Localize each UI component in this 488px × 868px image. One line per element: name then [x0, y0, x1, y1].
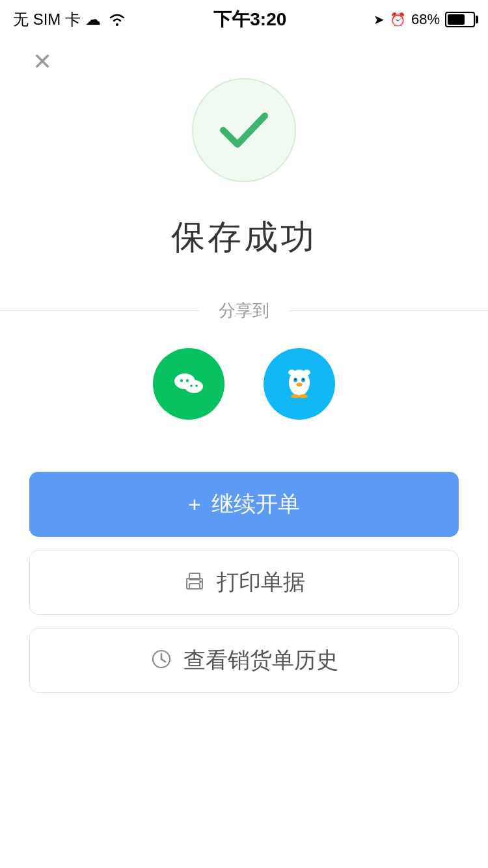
svg-point-5 — [190, 385, 193, 387]
status-left: 无 SIM 卡 ☁ — [13, 9, 127, 30]
printer-svg — [183, 569, 206, 593]
status-bar: 无 SIM 卡 ☁ 下午3:20 ➤ ⏰ 68% — [0, 0, 488, 39]
no-sim-label: 无 SIM 卡 ☁ — [13, 9, 101, 30]
share-section: 分享到 — [0, 299, 488, 420]
divider-left — [0, 310, 199, 311]
svg-point-4 — [186, 379, 189, 382]
svg-point-3 — [180, 379, 183, 382]
wifi-icon — [107, 12, 127, 27]
alarm-icon: ⏰ — [390, 12, 406, 27]
battery-fill — [448, 14, 465, 25]
print-button[interactable]: 打印单据 — [29, 550, 459, 615]
svg-rect-19 — [189, 584, 200, 589]
close-button[interactable]: ✕ — [26, 46, 59, 78]
plus-icon: + — [188, 493, 201, 515]
view-history-button[interactable]: 查看销货单历史 — [29, 628, 459, 693]
share-label: 分享到 — [199, 299, 289, 322]
svg-point-20 — [199, 580, 202, 583]
history-label: 查看销货单历史 — [183, 645, 338, 675]
svg-point-16 — [299, 394, 308, 398]
svg-point-15 — [291, 394, 300, 398]
svg-point-0 — [116, 23, 118, 26]
main-content: 保存成功 分享到 — [0, 39, 488, 693]
success-title: 保存成功 — [171, 215, 317, 260]
wechat-icon — [168, 363, 210, 405]
svg-point-10 — [295, 379, 297, 381]
share-divider: 分享到 — [0, 299, 488, 322]
close-icon: ✕ — [33, 50, 52, 74]
clock-svg — [150, 647, 173, 671]
continue-order-button[interactable]: + 继续开单 — [29, 472, 459, 537]
continue-label: 继续开单 — [211, 489, 300, 519]
divider-right — [289, 310, 488, 311]
success-circle — [192, 78, 296, 182]
share-icons — [0, 348, 488, 420]
qq-icon — [278, 363, 320, 405]
svg-point-11 — [303, 379, 305, 381]
print-label: 打印单据 — [217, 567, 305, 597]
share-wechat-button[interactable] — [153, 348, 224, 420]
location-icon: ➤ — [373, 12, 385, 27]
checkmark-icon — [218, 111, 270, 150]
action-buttons: + 继续开单 打印单据 — [29, 472, 459, 693]
svg-point-6 — [195, 385, 198, 387]
printer-icon — [183, 569, 206, 596]
status-time: 下午3:20 — [213, 7, 286, 32]
svg-line-23 — [161, 659, 165, 662]
status-right: ➤ ⏰ 68% — [373, 11, 475, 28]
clock-icon — [150, 647, 173, 674]
svg-point-12 — [296, 383, 303, 387]
share-qq-button[interactable] — [264, 348, 335, 420]
battery-icon — [445, 12, 475, 27]
battery-percent: 68% — [411, 11, 440, 28]
